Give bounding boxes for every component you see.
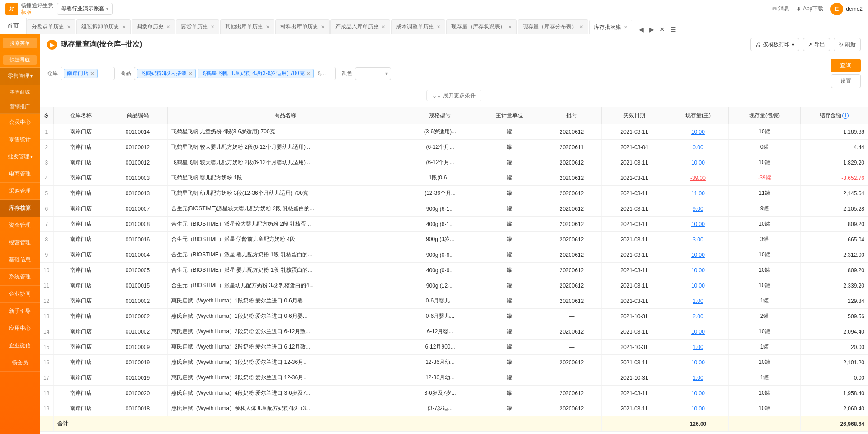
row-code: 00100020 xyxy=(108,386,167,401)
row-name: 合生元（BIOSTIME）派星 婴儿配方奶粉 1段 乳核蛋白的... xyxy=(167,247,403,263)
tab-menu-icon[interactable]: ☰ xyxy=(669,25,678,34)
message-action[interactable]: ✉ 消息 xyxy=(772,5,789,13)
sidebar-item-finance[interactable]: 资金管理 xyxy=(0,217,40,234)
row-batch: — xyxy=(542,309,601,324)
sidebar-item-member2[interactable]: 畅会员 xyxy=(0,354,40,372)
logo-icon: 好 xyxy=(5,3,18,15)
sidebar-item-wholesale[interactable]: 批发管理 ▾ xyxy=(0,148,40,165)
logo-area: 好 畅捷通好生意 标版 xyxy=(5,2,53,15)
tag-close-icon[interactable]: ✕ xyxy=(188,71,193,77)
row-batch: — xyxy=(542,370,601,386)
sidebar-item-ecommerce[interactable]: 电商管理 xyxy=(0,165,40,183)
tab-close-icon[interactable]: ✕ xyxy=(122,24,126,29)
tab-other-out[interactable]: 其他出库单历史 ✕ xyxy=(220,19,274,34)
th-settings[interactable]: ⚙ xyxy=(40,107,53,124)
tab-stock-dist[interactable]: 现存量（库存分布表） ✕ xyxy=(518,19,588,34)
sidebar-item-purchase[interactable]: 采购管理 xyxy=(0,183,40,200)
row-qty-pkg: 3罐 xyxy=(729,232,800,247)
tab-close-icon[interactable]: ✕ xyxy=(166,24,170,29)
row-qty-main[interactable]: 2.00 xyxy=(667,309,729,324)
color-filter-input[interactable]: ▾ xyxy=(355,67,391,80)
row-qty-main[interactable]: 3.00 xyxy=(667,232,729,247)
expand-more-button[interactable]: ⌄⌄ 展开更多条件 xyxy=(426,90,481,101)
user-area[interactable]: E demo2 xyxy=(830,3,863,15)
tab-cost-adjust[interactable]: 成本调整单历史 ✕ xyxy=(391,19,445,34)
row-qty-main[interactable]: 10.00 xyxy=(667,247,729,263)
row-qty-main[interactable]: 10.00 xyxy=(667,355,729,370)
tab-batch[interactable]: 库存批次账 ✕ xyxy=(589,20,632,34)
sidebar-item-retail-mall[interactable]: 零售商城 xyxy=(0,85,40,99)
row-qty-main[interactable]: 1.00 xyxy=(667,340,729,355)
row-qty-pkg: 10罐 xyxy=(729,401,800,416)
table-row: 15 南岸门店 00100009 惠氏启赋（Wyeth illuma）2段奶粉 … xyxy=(40,340,868,355)
sidebar-item-retail[interactable]: 零售管理 ▾ xyxy=(0,68,40,85)
app-download-action[interactable]: ⬇ App下载 xyxy=(797,5,823,13)
th-spec: 规格型号 xyxy=(403,107,477,124)
export-button[interactable]: ↗ 导出 xyxy=(803,38,830,51)
expand-sidebar-button[interactable]: ▶ xyxy=(47,40,57,50)
sidebar-item-app-center[interactable]: 应用中心 xyxy=(0,320,40,337)
sidebar-item-system[interactable]: 系统管理 xyxy=(0,269,40,286)
row-batch: 20200612 xyxy=(542,217,601,232)
tab-close-icon[interactable]: ✕ xyxy=(580,24,583,29)
row-qty-main[interactable]: 1.00 xyxy=(667,293,729,309)
row-qty-main[interactable]: 9.00 xyxy=(667,201,729,217)
row-qty-main[interactable]: 10.00 xyxy=(667,124,729,140)
top-bar-right: ✉ 消息 ⬇ App下载 E demo2 xyxy=(772,3,863,15)
sidebar-item-member[interactable]: 会员中心 xyxy=(0,114,40,131)
tab-close-icon[interactable]: ✕ xyxy=(437,24,440,29)
row-qty-main[interactable]: -39.00 xyxy=(667,170,729,186)
row-qty-main[interactable]: 10.00 xyxy=(667,386,729,401)
sidebar-item-corp-wechat[interactable]: 企业微信 xyxy=(0,337,40,354)
tab-close-icon[interactable]: ✕ xyxy=(508,24,512,29)
tab-product-in[interactable]: 产成品入库单历史 ✕ xyxy=(330,19,390,34)
tab-next-icon[interactable]: ▶ xyxy=(647,25,656,34)
search-button[interactable]: 搜索英单 xyxy=(3,38,37,48)
sidebar-item-ops[interactable]: 经营管理 xyxy=(0,234,40,251)
product-filter-input[interactable]: 飞鹤奶粉3段丙搭装 ✕ 飞鹤星飞帆 儿童奶粉 4段(3-6岁适用) 700克 ✕… xyxy=(134,67,336,80)
sidebar-item-retail-stat[interactable]: 零售统计 xyxy=(0,131,40,148)
template-print-button[interactable]: 🖨 按模板打印 ▾ xyxy=(750,38,799,51)
row-qty-main[interactable]: 11.00 xyxy=(667,186,729,201)
tab-stock-status[interactable]: 现存量（库存状况表） ✕ xyxy=(446,19,517,34)
quick-nav-button[interactable]: 快捷导航 xyxy=(3,55,37,65)
row-qty-main[interactable]: 0.00 xyxy=(667,140,729,155)
tab-close-icon[interactable]: ✕ xyxy=(382,24,385,29)
tab-home[interactable]: 首页 xyxy=(0,18,27,34)
row-qty-main[interactable]: 10.00 xyxy=(667,263,729,278)
row-batch: — xyxy=(542,340,601,355)
tab-close-icon[interactable]: ✕ xyxy=(211,24,214,29)
warehouse-filter-input[interactable]: 南岸门店 ✕ ... xyxy=(61,67,115,80)
tab-search-hist[interactable]: 调拨单历史 ✕ xyxy=(132,19,175,34)
row-code: 00100002 xyxy=(108,324,167,340)
row-qty-pkg: 10罐 xyxy=(729,386,800,401)
tab-close-icon[interactable]: ✕ xyxy=(321,24,325,29)
tab-close-all-icon[interactable]: ✕ xyxy=(658,25,667,34)
tab-split[interactable]: 分盘点单历史 ✕ xyxy=(27,19,75,34)
tab-material[interactable]: 材料出库单历史 ✕ xyxy=(275,19,330,34)
row-qty-main[interactable]: 10.00 xyxy=(667,278,729,293)
tab-close-icon[interactable]: ✕ xyxy=(266,24,269,29)
row-qty-main[interactable]: 10.00 xyxy=(667,401,729,416)
tag-close-icon[interactable]: ✕ xyxy=(90,71,94,77)
row-qty-main[interactable]: 1.00 xyxy=(667,370,729,386)
filter-expand-row: ⌄⌄ 展开更多条件 xyxy=(47,88,861,103)
account-selector[interactable]: 母婴行业演示账套 ▾ xyxy=(57,3,113,15)
row-qty-main[interactable]: 10.00 xyxy=(667,217,729,232)
tag-close-icon[interactable]: ✕ xyxy=(306,71,311,77)
row-qty-main[interactable]: 10.00 xyxy=(667,155,729,170)
query-button[interactable]: 查询 xyxy=(831,59,861,72)
sidebar-item-marketing[interactable]: 营销推广 xyxy=(0,99,40,114)
setting-button[interactable]: 设置 xyxy=(831,74,861,88)
tab-close-icon[interactable]: ✕ xyxy=(624,25,627,30)
tab-prev-icon[interactable]: ◀ xyxy=(637,25,646,34)
sidebar-item-collab[interactable]: 企业协同 xyxy=(0,286,40,303)
sidebar-item-inventory[interactable]: 库存核算 xyxy=(0,200,40,217)
tab-require[interactable]: 要货单历史 ✕ xyxy=(176,19,219,34)
sidebar-item-guide[interactable]: 新手引导 xyxy=(0,303,40,320)
tab-close-icon[interactable]: ✕ xyxy=(67,24,71,29)
sidebar-item-basic[interactable]: 基础信息 xyxy=(0,251,40,269)
tab-dismantle[interactable]: 组装拆卸单历史 ✕ xyxy=(76,19,131,34)
refresh-button[interactable]: ↻ 刷新 xyxy=(834,38,861,51)
row-qty-main[interactable]: 10.00 xyxy=(667,324,729,340)
